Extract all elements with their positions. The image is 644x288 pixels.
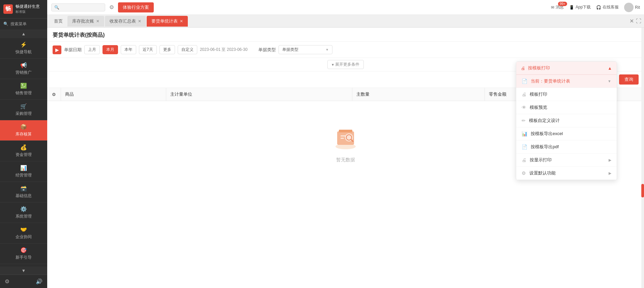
table-col-settings[interactable]: ⚙ [47,88,61,101]
sidebar: 畅 畅捷通好生意 标准版 🔍 搜索菜单 ▲ ⚡ 快捷导航 📢 营销推广 💹 销售… [0,0,47,288]
inventory-icon: 📦 [20,124,27,130]
tab-receipt-summary-close[interactable]: ✕ [138,19,141,23]
sidebar-item-system[interactable]: ⚙️ 系统管理 [0,202,47,223]
export-excel-icon: 📊 [522,131,527,136]
query-btn[interactable]: 查询 [619,74,639,85]
filter-expand-btn[interactable]: ▶ [53,45,61,54]
scroll-up-btn[interactable]: ▲ [0,30,47,38]
speaker-icon[interactable]: 🔊 [36,278,42,285]
sidebar-nav: ⚡ 快捷导航 📢 营销推广 💹 销售管理 🛒 采购管理 📦 库存核算 💰 资金管… [0,38,47,266]
tab-order-stats-label: 要货单统计表 [151,18,178,24]
sidebar-item-label: 快捷导航 [16,49,32,55]
sidebar-item-label: 经营管理 [16,172,32,178]
app-download-btn[interactable]: 📱 App下载 [569,4,591,10]
user-avatar-btn[interactable]: Rit [624,3,640,12]
scroll-down-btn[interactable]: ▼ [0,266,47,275]
sidebar-item-inventory[interactable]: 📦 库存核算 [0,120,47,141]
template-print-label: 模板打印 [530,91,547,97]
tab-inventory-batch-label: 库存批次账 [72,18,94,24]
base-icon: 🗃️ [20,185,27,192]
dropdown-current-item[interactable]: 📄 当前：要货单统计表 ▼ [516,75,617,88]
sidebar-item-label: 资金管理 [16,152,32,158]
app-download-icon: 📱 [569,5,574,10]
print-header-title: 按模板打印 [528,65,550,71]
marketing-icon: 📢 [20,62,27,68]
date-btn-current-year[interactable]: 本年 [121,45,136,54]
sidebar-item-sales[interactable]: 💹 销售管理 [0,79,47,100]
sidebar-item-label: 采购管理 [16,111,32,117]
message-badge: 99+ [558,2,567,6]
scrollbar-track[interactable] [641,28,644,288]
content-area: 要货单统计表(按商品) ▶ 单据日期 上月 本月 本年 近7天 更多 自定义 2… [47,28,644,288]
export-pdf-icon: 📄 [522,144,527,150]
doc-type-label: 单据类型 [258,47,276,53]
scrollbar-thumb[interactable] [641,184,644,197]
dropdown-item-template-print[interactable]: 🖨 模板打印 [516,88,617,101]
template-design-label: 模板自定义设计 [529,118,560,124]
sidebar-item-label: 企业协同 [16,234,32,240]
operation-icon: 📊 [20,165,27,171]
tab-maximize-icon[interactable]: ⛶ [636,18,641,24]
dropdown-sub-set-default[interactable]: ⚙ 设置默认功能 ▶ [516,167,617,180]
dropdown-sub-display-print[interactable]: 🖨 按显示打印 ▶ [516,154,617,167]
date-btn-current-month[interactable]: 本月 [103,45,118,54]
expand-icon: ▾ [332,62,334,67]
sidebar-item-newbie[interactable]: 🎯 新手引导 [0,244,47,264]
tab-close-all-icon[interactable]: ✕ [630,18,634,24]
doc-type-arrow-icon: ▼ [325,48,329,52]
expand-more-btn[interactable]: ▾ 展开更多条件 [327,60,364,69]
export-pdf-label: 按模板导出pdf [531,144,559,150]
doc-type-select[interactable]: 单据类型 ▼ [279,45,332,54]
dropdown-item-template-design[interactable]: ✏ 模板自定义设计 [516,114,617,127]
tab-order-stats[interactable]: 要货单统计表 ✕ [147,16,188,27]
set-default-left: ⚙ 设置默认功能 [522,170,556,176]
sidebar-item-quick-nav[interactable]: ⚡ 快捷导航 [0,38,47,59]
topbar-right: ✉ 消息 99+ 📱 App下载 🎧 在线客服 Rit [551,3,640,12]
tab-home[interactable]: 首页 [50,16,67,27]
username: Rit [635,5,640,10]
message-btn[interactable]: ✉ 消息 99+ [551,4,564,10]
set-default-arrow: ▶ [609,171,611,175]
set-default-icon: ⚙ [522,170,526,176]
date-btn-last-month[interactable]: 上月 [84,45,100,54]
tab-inventory-batch[interactable]: 库存批次账 ✕ [67,16,104,27]
newbie-icon: 🎯 [20,247,27,253]
table-col-unit: 主计量单位 [166,88,352,101]
topbar: 🔍 ⚙ 体验行业方案 ✉ 消息 99+ 📱 App下载 🎧 在线客服 Rit [47,0,644,15]
date-btn-7days[interactable]: 近7天 [139,45,157,54]
tab-receipt-summary[interactable]: 收发存汇总表 ✕ [105,16,146,27]
template-preview-icon: 👁 [522,105,526,110]
template-design-icon: ✏ [522,118,526,123]
app-download-label: App下载 [576,4,591,10]
tabs-bar: 首页 库存批次账 ✕ 收发存汇总表 ✕ 要货单统计表 ✕ ✕ ⛶ [47,15,644,28]
online-service-btn[interactable]: 🎧 在线客服 [596,4,619,10]
sidebar-item-finance[interactable]: 💰 资金管理 [0,141,47,161]
dropdown-item-export-pdf[interactable]: 📄 按模板导出pdf [516,140,617,154]
date-btn-more[interactable]: 更多 [159,45,175,54]
set-default-label: 设置默认功能 [529,170,556,176]
sidebar-search[interactable]: 🔍 搜索菜单 [0,19,47,30]
doc-type-value: 单据类型 [282,47,298,53]
sidebar-item-collab[interactable]: 🤝 企业协同 [0,223,47,244]
sidebar-item-marketing[interactable]: 📢 营销推广 [0,59,47,79]
trial-btn[interactable]: 体验行业方案 [118,2,154,12]
date-btn-custom[interactable]: 自定义 [178,45,197,54]
dropdown-header[interactable]: 🖨 按模板打印 ▲ [516,62,617,75]
tab-inventory-batch-close[interactable]: ✕ [96,19,99,23]
search-label: 搜索菜单 [10,21,27,27]
tab-order-stats-close[interactable]: ✕ [180,19,183,23]
topbar-settings-icon[interactable]: ⚙ [108,3,115,12]
topbar-search[interactable]: 🔍 [51,3,105,11]
template-preview-label: 模板预览 [530,104,547,110]
sidebar-item-app-center[interactable]: 🔲 应用中心 [0,264,47,266]
sidebar-item-operation[interactable]: 📊 经营管理 [0,161,47,182]
sidebar-item-purchase[interactable]: 🛒 采购管理 [0,100,47,120]
dropdown-item-export-excel[interactable]: 📊 按模板导出excel [516,127,617,140]
app-badge: 标准版 [16,9,40,14]
settings-footer-icon[interactable]: ⚙ [5,278,9,285]
empty-text: 暂无数据 [336,157,355,163]
dropdown-item-template-preview[interactable]: 👁 模板预览 [516,101,617,114]
dropdown-collapse-icon: ▲ [608,66,612,71]
sidebar-item-base[interactable]: 🗃️ 基础信息 [0,182,47,202]
date-filter-label: 单据日期 [64,47,82,53]
